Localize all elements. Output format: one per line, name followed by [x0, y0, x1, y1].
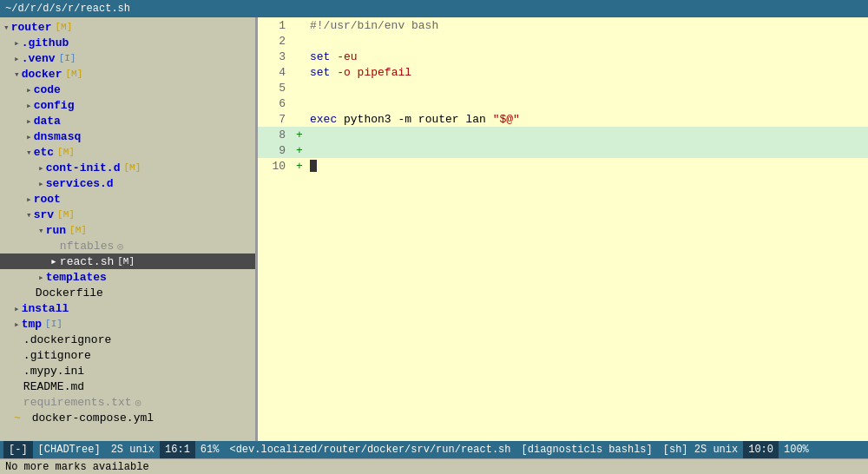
line-content[interactable]: set -o pipefail	[306, 66, 868, 79]
tree-item-react.sh[interactable]: ▸ react.sh[M]	[0, 253, 255, 269]
tree-item-services.d[interactable]: ▸ services.d	[0, 175, 255, 191]
item-badge: ◎	[135, 397, 141, 408]
item-badge: [I]	[45, 319, 62, 329]
tree-item-run[interactable]: ▾ run[M]	[0, 222, 255, 238]
item-badge: [M]	[65, 69, 82, 79]
tree-item-tmp[interactable]: ▸ tmp[I]	[0, 316, 255, 332]
item-name: requirements.txt	[23, 396, 132, 409]
tree-item-venv[interactable]: ▸ .venv[I]	[0, 50, 255, 66]
line-content[interactable]	[306, 160, 868, 173]
code-line-7: 7exec python3 -m router lan "$@"	[258, 111, 868, 127]
coords-info: 10:0	[743, 441, 779, 458]
tree-item-router[interactable]: ▾ router[M]	[0, 19, 255, 35]
editor-content[interactable]: 1#!/usr/bin/env bash23set -eu4set -o pip…	[258, 17, 868, 441]
tree-item-requirements.txt[interactable]: ▸ requirements.txt◎	[0, 394, 255, 410]
item-name: docker-compose.yml	[32, 411, 154, 425]
dir-arrow: ▸	[26, 194, 32, 205]
dir-arrow: ▸	[26, 100, 32, 111]
pct2-text: 100%	[784, 444, 809, 456]
main-area: ▾ router[M]▸ .github▸ .venv[I]▾ docker[M…	[0, 17, 868, 441]
line-number: 2	[258, 35, 293, 48]
line-gutter: +	[293, 144, 306, 157]
filepath-text: <dev.localized/router/docker/srv/run/rea…	[229, 444, 510, 456]
item-badge: ◎	[117, 240, 123, 252]
diagnostics-text: [diagnosticls bashls]	[522, 444, 653, 456]
position-text: 16:1	[165, 444, 190, 456]
dir-arrow: ▸	[14, 37, 20, 49]
tree-item-docker-compose.yml[interactable]: ~▸ docker-compose.yml	[0, 410, 255, 425]
line-number: 1	[258, 19, 293, 32]
item-badge: [M]	[57, 209, 75, 220]
line-number: 7	[258, 113, 293, 126]
tree-item-root[interactable]: ▸ root	[0, 191, 255, 207]
tree-item-config[interactable]: ▸ config	[0, 97, 255, 113]
tree-item-etc[interactable]: ▾ etc[M]	[0, 144, 255, 160]
mode-text: [-]	[9, 444, 28, 456]
tree-item-README.md[interactable]: ▸ README.md	[0, 379, 255, 394]
tree-item-nftables[interactable]: ▸ nftables◎	[0, 238, 255, 253]
item-badge: [M]	[57, 147, 75, 157]
tree-item-dnsmasq[interactable]: ▸ dnsmasq	[0, 128, 255, 144]
item-name: config	[34, 99, 75, 112]
line-content[interactable]: exec python3 -m router lan "$@"	[306, 113, 868, 126]
item-prefix: ~	[14, 411, 21, 425]
tree-item-dockerignore[interactable]: ▸ .dockerignore	[0, 332, 255, 347]
dir-arrow: ▾	[3, 22, 10, 33]
code-line-1: 1#!/usr/bin/env bash	[258, 17, 868, 33]
line-number: 8	[258, 128, 293, 142]
item-name: .github	[22, 36, 69, 49]
bottom-message: No more marks available	[5, 461, 149, 473]
tree-item-templates[interactable]: ▸ templates	[0, 269, 255, 285]
tree-item-docker[interactable]: ▾ docker[M]	[0, 66, 255, 82]
cursor-position: 16:1	[160, 441, 195, 458]
line-content[interactable]: set -eu	[306, 50, 868, 63]
title-text: ~/d/r/d/s/r/react.sh	[5, 3, 130, 15]
item-badge: [I]	[59, 53, 76, 63]
item-name: Dockerfile	[36, 286, 103, 300]
line-number: 3	[258, 50, 293, 63]
item-name: nftables	[60, 240, 114, 253]
file-diagnostics: [diagnosticls bashls]	[516, 441, 658, 458]
editor-area[interactable]: 1#!/usr/bin/env bash23set -eu4set -o pip…	[258, 17, 868, 441]
status-bar: [-] [CHADTree] 2S unix 16:1 61% <dev.loc…	[0, 441, 868, 458]
item-name: templates	[46, 271, 107, 284]
code-line-3: 3set -eu	[258, 49, 868, 64]
dir-arrow: ▸	[14, 53, 20, 64]
line-number: 6	[258, 97, 293, 110]
item-name: code	[34, 83, 61, 96]
dir-arrow: ▸	[26, 131, 32, 142]
item-name: etc	[34, 146, 54, 159]
item-name: .mypy.ini	[23, 365, 84, 378]
code-line-8: 8+	[258, 127, 868, 142]
dir-arrow: ▸	[26, 84, 32, 95]
vim-mode: [-]	[3, 441, 33, 458]
tree-item-mypy.ini[interactable]: ▸ .mypy.ini	[0, 363, 255, 379]
shell-info: [sh] 2S unix	[658, 441, 743, 458]
tree-item-install[interactable]: ▸ install	[0, 300, 255, 316]
tree-item-srv[interactable]: ▾ srv[M]	[0, 207, 255, 222]
tree-item-cont-init.d[interactable]: ▸ cont-init.d[M]	[0, 160, 255, 175]
item-name: install	[22, 302, 69, 315]
title-bar: ~/d/r/d/s/r/react.sh	[0, 0, 868, 17]
tree-item-gitignore[interactable]: ▸ .gitignore	[0, 347, 255, 363]
file-path: <dev.localized/router/docker/srv/run/rea…	[224, 441, 516, 458]
tree-item-Dockerfile[interactable]: ▸ Dockerfile	[0, 285, 255, 300]
plugin-text: [CHADTree]	[38, 444, 101, 456]
scroll-percent: 61%	[195, 441, 225, 458]
item-name: run	[46, 224, 66, 237]
code-line-10: 10+	[258, 158, 868, 174]
dir-arrow: ▾	[26, 147, 32, 158]
tree-item-github[interactable]: ▸ .github	[0, 35, 255, 50]
code-line-5: 5	[258, 80, 868, 95]
file-tree[interactable]: ▾ router[M]▸ .github▸ .venv[I]▾ docker[M…	[0, 17, 256, 441]
code-line-2: 2	[258, 33, 868, 49]
item-name: data	[34, 115, 61, 128]
line-gutter: +	[293, 128, 306, 142]
coords-text: 10:0	[748, 444, 773, 456]
tree-item-data[interactable]: ▸ data	[0, 113, 255, 128]
item-name: root	[34, 193, 61, 206]
item-name: router	[11, 21, 52, 34]
tree-item-code[interactable]: ▸ code	[0, 82, 255, 97]
line-content[interactable]: #!/usr/bin/env bash	[306, 19, 868, 32]
plugin-name: [CHADTree]	[33, 441, 106, 458]
